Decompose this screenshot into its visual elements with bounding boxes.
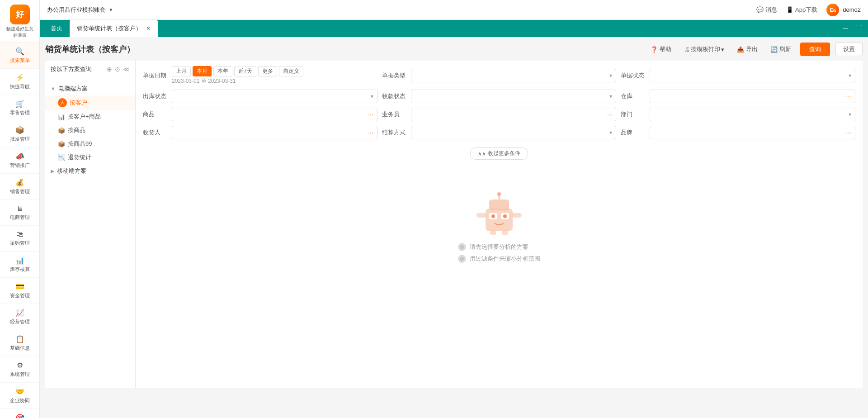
sidebar-item-wholesale-mgmt[interactable]: 📦 批发管理 [0, 121, 39, 147]
filter-goods-item: 商品 ··· [143, 108, 377, 121]
minimize-icon[interactable]: ─ [841, 23, 850, 34]
sidebar-item-quick-nav[interactable]: ⚡ 快捷导航 [0, 69, 39, 95]
tree-toggle-desktop: ▼ [51, 86, 56, 91]
settings-scheme-icon[interactable]: ⊙ [115, 66, 120, 73]
refresh-button[interactable]: 🔄 刷新 [767, 43, 795, 55]
date-tag-this-month[interactable]: 本月 [193, 66, 212, 76]
sidebar-item-ecom-mgmt[interactable]: 🖥 电商管理 [0, 200, 39, 226]
export-icon: 📤 [737, 46, 744, 53]
tree-item-by-goods[interactable]: 📦 按商品 [45, 124, 135, 137]
payment-method-input[interactable]: ▾ [411, 126, 617, 139]
by-goods99-label: 按商品99 [68, 140, 92, 148]
export-button[interactable]: 📤 导出 [733, 43, 761, 55]
tree-group-desktop[interactable]: ▼ 电脑端方案 [45, 82, 135, 95]
out-status-dropdown-icon: ▾ [371, 93, 373, 100]
maximize-icon[interactable]: ⛶ [854, 23, 864, 34]
date-tag-last-month[interactable]: 上月 [172, 66, 191, 76]
sidebar-item-system-mgmt[interactable]: ⚙ 系统管理 [0, 356, 39, 383]
empty-state: ① 请先选择要分析的方案 ② 用过滤条件来缩小分析范围 [143, 163, 855, 290]
sidebar-item-search-menu[interactable]: 🔍 搜索菜单 [0, 43, 39, 69]
tree-group-mobile[interactable]: ▶ 移动端方案 [45, 164, 135, 178]
tab-bar: 首页 销货单统计表（按客户） ✕ ─ ⛶ [40, 20, 868, 37]
tree-toggle-mobile: ▶ [51, 168, 54, 174]
receiver-label: 收货人 [143, 128, 168, 137]
order-status-input[interactable]: ▾ [650, 69, 855, 82]
tree-item-by-customer-goods[interactable]: 📊 按客户+商品 [45, 110, 135, 124]
sidebar-icon-newbie: 🎯 [15, 413, 24, 418]
warehouse-input[interactable]: ··· [650, 90, 855, 103]
tree-item-return-stats[interactable]: 📉 退货统计 [45, 151, 135, 164]
tab-home[interactable]: 首页 [43, 20, 70, 37]
help-icon: ❓ [651, 46, 658, 53]
goods-input[interactable]: ··· [172, 108, 377, 121]
date-tag-7days[interactable]: 近7天 [234, 66, 256, 76]
sidebar-item-newbie[interactable]: 🎯 新手引导 [0, 409, 39, 418]
receipt-status-input[interactable]: ▾ [411, 90, 617, 103]
home-tab-label: 首页 [51, 24, 62, 33]
order-type-label: 单据类型 [382, 71, 407, 80]
brand-input[interactable]: ··· [650, 126, 855, 139]
sidebar-icon-marketing: 📣 [15, 152, 24, 161]
user-name: demo2 [843, 6, 861, 13]
date-tag-this-year[interactable]: 本年 [213, 66, 232, 76]
return-stats-label: 退货统计 [68, 153, 91, 162]
filter-row-3: 商品 ··· 业务员 ··· 部门 [143, 108, 855, 121]
help-button[interactable]: ❓ 帮助 [647, 43, 675, 55]
sidebar-icon-sales-mgmt: 💰 [15, 178, 24, 187]
date-range-text: 2023-03-01 至 2023-03-31 [172, 77, 377, 85]
date-tag-more[interactable]: 更多 [258, 66, 277, 76]
svg-point-4 [503, 214, 507, 218]
receiver-ellipsis-icon: ··· [368, 129, 373, 136]
top-header: 办公用品行业模拟账套 ▾ 💬 消息 📱 App下载 Ea demo2 [40, 0, 868, 20]
filter-order-status-item: 单据状态 ▾ [621, 69, 855, 82]
page-actions: ❓ 帮助 🖨 按模板打印 ▾ 📤 导出 🔄 刷新 查询 设置 [647, 43, 863, 56]
user-profile[interactable]: Ea demo2 [826, 4, 861, 16]
add-scheme-icon[interactable]: ⊕ [107, 66, 112, 73]
sidebar-label-purchase-mgmt: 采购管理 [10, 240, 30, 247]
sidebar-item-retail-mgmt[interactable]: 🛒 零售管理 [0, 95, 39, 121]
filter-order-type-item: 单据类型 ▾ [382, 69, 617, 82]
sidebar-item-enterprise[interactable]: 🤝 企业协同 [0, 383, 39, 409]
return-stats-icon: 📉 [58, 154, 65, 161]
out-status-input[interactable]: ▾ [172, 90, 377, 103]
by-customer-goods-label: 按客户+商品 [68, 113, 101, 121]
messages-button[interactable]: 💬 消息 [756, 6, 777, 14]
sidebar-item-inventory[interactable]: 📊 库存核算 [0, 252, 39, 278]
tree-item-by-customer[interactable]: 人 按客户 [45, 95, 135, 110]
collapse-scheme-icon[interactable]: ≪ [123, 66, 130, 73]
warehouse-label: 仓库 [621, 92, 646, 100]
receiver-input[interactable]: ··· [172, 126, 377, 139]
sales-stats-tab-label: 销货单统计表（按客户） [77, 24, 142, 33]
header-dropdown-icon[interactable]: ▾ [109, 6, 113, 13]
sidebar-item-operations[interactable]: 📈 经营管理 [0, 304, 39, 330]
sidebar-label-sales-mgmt: 销售管理 [10, 188, 30, 195]
salesperson-ellipsis-icon: ··· [607, 111, 613, 118]
print-template-button[interactable]: 🖨 按模板打印 ▾ [680, 43, 728, 55]
settings-button[interactable]: 设置 [835, 43, 863, 56]
sidebar-label-inventory: 库存核算 [10, 266, 30, 273]
sidebar-item-basic-info[interactable]: 📋 基础信息 [0, 330, 39, 356]
payment-method-dropdown-icon: ▾ [609, 129, 612, 136]
sidebar-label-marketing: 营销推广 [10, 162, 30, 169]
sidebar-item-sales-mgmt[interactable]: 💰 销售管理 [0, 174, 39, 200]
order-type-input[interactable]: ▾ [411, 69, 617, 82]
date-label: 单据日期 [143, 71, 168, 80]
date-tag-custom[interactable]: 自定义 [279, 66, 303, 76]
tree-item-by-goods99[interactable]: 📦 按商品99 [45, 137, 135, 151]
by-goods99-icon: 📦 [58, 141, 65, 147]
filter-row-1: 单据日期 上月 本月 本年 近7天 更多 自定义 2023-03-01 至 20… [143, 66, 855, 85]
svg-rect-11 [502, 230, 508, 235]
filter-warehouse-item: 仓库 ··· [621, 90, 855, 103]
tab-sales-stats[interactable]: 销货单统计表（按客户） ✕ [70, 20, 158, 37]
app-download-button[interactable]: 📱 App下载 [786, 6, 817, 14]
sidebar-item-finance[interactable]: 💳 资金管理 [0, 278, 39, 304]
sidebar-label-system-mgmt: 系统管理 [10, 371, 30, 378]
by-customer-goods-icon: 📊 [58, 114, 65, 120]
tab-close-icon[interactable]: ✕ [146, 25, 151, 32]
sidebar-item-marketing[interactable]: 📣 营销推广 [0, 147, 39, 174]
sidebar-item-purchase-mgmt[interactable]: 🛍 采购管理 [0, 226, 39, 252]
department-input[interactable]: ▾ [650, 108, 855, 121]
salesperson-input[interactable]: ··· [411, 108, 617, 121]
collapse-button[interactable]: ∧∧ 收起更多条件 [470, 147, 528, 160]
query-button[interactable]: 查询 [800, 43, 830, 56]
